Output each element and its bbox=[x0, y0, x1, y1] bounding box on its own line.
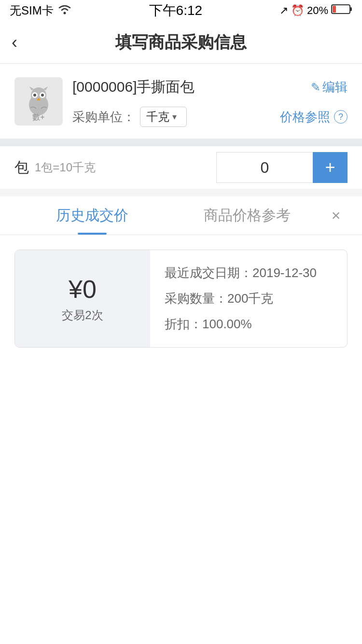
status-indicators: ↗ ⏰ 20% bbox=[279, 4, 352, 17]
discount-label: 折扣： bbox=[165, 317, 202, 331]
price-ref-label: 价格参照 bbox=[280, 109, 330, 126]
page-header: ‹ 填写商品采购信息 bbox=[0, 21, 362, 64]
battery-percent: 20% bbox=[307, 4, 328, 17]
quantity-detail-label: 采购数量： bbox=[165, 291, 227, 306]
close-icon: × bbox=[332, 207, 341, 224]
unit-value: 千克 bbox=[146, 109, 169, 125]
recent-date-value: 2019-12-30 bbox=[252, 266, 317, 280]
quantity-plus-button[interactable]: + bbox=[313, 152, 348, 183]
svg-point-8 bbox=[33, 94, 36, 97]
tab-history-price[interactable]: 历史成交价 bbox=[14, 196, 169, 235]
quantity-detail-value: 200千克 bbox=[227, 291, 273, 306]
product-name-row: [0000006]手撕面包 ✎ 编辑 bbox=[72, 77, 348, 97]
price-value: ¥0 bbox=[69, 275, 97, 304]
discount-value: 100.00% bbox=[202, 317, 252, 331]
tab-product-label: 商品价格参考 bbox=[204, 206, 291, 225]
help-icon: ? bbox=[334, 110, 348, 124]
svg-rect-2 bbox=[333, 6, 336, 13]
unit-select[interactable]: 千克 ▾ bbox=[140, 107, 187, 127]
product-name: [0000006]手撕面包 bbox=[72, 77, 195, 97]
page-title: 填写商品采购信息 bbox=[115, 31, 247, 54]
price-right: 最近成交日期：2019-12-30 采购数量：200千克 折扣：100.00% bbox=[150, 250, 347, 347]
status-time: 下午6:12 bbox=[149, 1, 203, 20]
product-unit-row: 采购单位： 千克 ▾ 价格参照 ? bbox=[72, 107, 348, 127]
tab-close-button[interactable]: × bbox=[324, 204, 348, 227]
product-card: 數+ [0000006]手撕面包 ✎ 编辑 采购单位： 千克 ▾ 价格参照 ? bbox=[0, 64, 362, 139]
unit-big-label: 包 bbox=[14, 158, 29, 178]
product-thumbnail: 數+ bbox=[14, 77, 63, 126]
section-divider bbox=[0, 139, 362, 146]
page-rest bbox=[0, 362, 362, 644]
svg-point-9 bbox=[41, 94, 44, 97]
quantity-control: + bbox=[216, 152, 348, 183]
tab-product-price[interactable]: 商品价格参考 bbox=[169, 196, 324, 235]
location-icon: ↗ bbox=[279, 4, 288, 17]
tab-history-label: 历史成交价 bbox=[56, 206, 128, 225]
status-bar: 无SIM卡 下午6:12 ↗ ⏰ 20% bbox=[0, 0, 362, 21]
back-icon: ‹ bbox=[12, 32, 17, 52]
edit-label: 编辑 bbox=[322, 79, 348, 96]
price-ref-button[interactable]: 价格参照 ? bbox=[280, 109, 348, 126]
dropdown-arrow-icon: ▾ bbox=[172, 112, 177, 122]
unit-label: 采购单位： 千克 ▾ bbox=[72, 107, 187, 127]
battery-icon bbox=[331, 4, 352, 17]
quantity-row: 包 1包=10千克 + bbox=[0, 146, 362, 189]
svg-rect-3 bbox=[350, 7, 352, 11]
owl-text: 數+ bbox=[32, 112, 44, 123]
tab-panel: 历史成交价 商品价格参考 × ¥0 交易2次 最近成交日期：2019-12-30… bbox=[0, 196, 362, 362]
no-sim-text: 无SIM卡 bbox=[10, 3, 54, 18]
edit-icon: ✎ bbox=[311, 81, 320, 94]
back-button[interactable]: ‹ bbox=[12, 32, 17, 53]
edit-button[interactable]: ✎ 编辑 bbox=[311, 79, 348, 96]
trade-count: 交易2次 bbox=[62, 308, 103, 323]
recent-date-label: 最近成交日期： bbox=[165, 266, 252, 280]
svg-point-0 bbox=[63, 12, 66, 14]
tab-content-history: ¥0 交易2次 最近成交日期：2019-12-30 采购数量：200千克 折扣：… bbox=[0, 235, 362, 362]
status-carrier: 无SIM卡 bbox=[10, 3, 72, 18]
price-left: ¥0 交易2次 bbox=[15, 250, 150, 347]
product-info: [0000006]手撕面包 ✎ 编辑 采购单位： 千克 ▾ 价格参照 ? bbox=[72, 77, 348, 127]
discount-row: 折扣：100.00% bbox=[165, 315, 333, 334]
quantity-input[interactable] bbox=[216, 152, 313, 183]
quantity-row-detail: 采购数量：200千克 bbox=[165, 289, 333, 308]
wifi-icon bbox=[57, 3, 72, 18]
alarm-icon: ⏰ bbox=[291, 4, 304, 17]
quantity-unit-info: 包 1包=10千克 bbox=[14, 158, 96, 178]
unit-label-text: 采购单位： bbox=[72, 109, 135, 126]
unit-conversion: 1包=10千克 bbox=[35, 160, 96, 175]
price-card: ¥0 交易2次 最近成交日期：2019-12-30 采购数量：200千克 折扣：… bbox=[14, 250, 348, 348]
tab-header: 历史成交价 商品价格参考 × bbox=[0, 196, 362, 235]
recent-date-row: 最近成交日期：2019-12-30 bbox=[165, 264, 333, 282]
